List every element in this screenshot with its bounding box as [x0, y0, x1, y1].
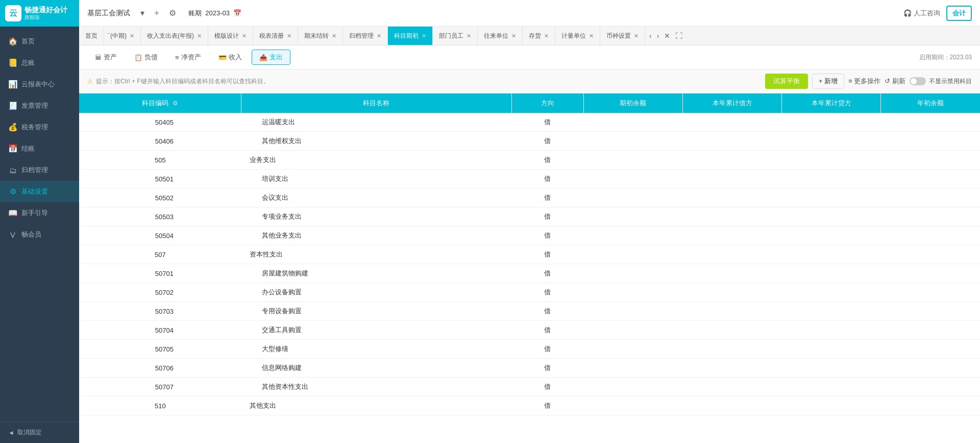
table-row: 50705 大型修缮 借 [79, 340, 980, 359]
tab-template[interactable]: 模版设计✕ [208, 27, 253, 45]
sidebar-item-home[interactable]: 🏠 首页 [0, 31, 79, 52]
cell-cred [782, 302, 881, 321]
tab-unit[interactable]: 往来单位✕ [478, 27, 523, 45]
tab-taxclear[interactable]: 税表清册✕ [253, 27, 298, 45]
subtab-label-asset: 资产 [104, 53, 117, 62]
subtab-expenditure[interactable]: 📤 支出 [252, 50, 290, 65]
cell-deb [683, 113, 782, 132]
tab-prev-btn[interactable]: ‹ [647, 31, 654, 41]
tab-label-filing: 归档管理 [349, 32, 374, 40]
tab-yearend[interactable]: 期末结转✕ [298, 27, 343, 45]
cell-name: 专项业务支出 [241, 207, 512, 226]
nav-label-invoice: 发票管理 [21, 101, 48, 110]
tab-dept[interactable]: 部门员工✕ [433, 27, 478, 45]
nav-label-guide: 新手引导 [21, 208, 48, 218]
tab-measure[interactable]: 计量单位✕ [555, 27, 600, 45]
cell-name: 资本性支出 [241, 245, 512, 264]
cell-deb [683, 378, 782, 397]
tab-close-all-btn[interactable]: ✕ [662, 31, 672, 41]
tab-next-btn[interactable]: › [655, 31, 662, 41]
balance-btn[interactable]: 试算平衡 [765, 74, 808, 89]
tab-close-mid[interactable]: ✕ [130, 33, 134, 39]
show-disabled-toggle[interactable] [910, 77, 926, 85]
sidebar-item-guide[interactable]: 📖 新手引导 [0, 202, 79, 224]
nav-icon-close: 📅 [8, 144, 17, 153]
tab-close-dept[interactable]: ✕ [467, 33, 471, 39]
sidebar: 云 畅捷通好会计 旗舰版 🏠 首页📒 总账📊 云报表中心🧾 发票管理💰 税务管理… [0, 0, 79, 443]
cell-deb [683, 170, 782, 189]
cell-name: 办公设备购置 [241, 283, 512, 302]
more-btn[interactable]: ≡ 更多操作 [848, 77, 880, 86]
tab-currency[interactable]: 币种设置✕ [600, 27, 645, 45]
sidebar-item-member[interactable]: V 畅会员 [0, 224, 79, 245]
add-btn[interactable]: + 新增 [812, 74, 844, 89]
table-row: 50406 其他维权支出 借 [79, 132, 980, 151]
cell-bal [583, 113, 682, 132]
subtab-icon-liability: 📋 [134, 54, 142, 61]
table-row: 50707 其他资本性支出 借 [79, 378, 980, 397]
dropdown-btn[interactable]: ▾ [138, 7, 146, 19]
subtab-income2[interactable]: 💳 收入 [211, 50, 250, 65]
tab-close-stock[interactable]: ✕ [544, 33, 549, 39]
tab-close-yearend[interactable]: ✕ [332, 33, 336, 39]
cell-code: 507 [79, 245, 241, 264]
cell-name: 培训支出 [241, 170, 512, 189]
subtab-netasset[interactable]: ≡ 净资产 [167, 50, 209, 65]
sidebar-item-reports[interactable]: 📊 云报表中心 [0, 74, 79, 95]
cell-code: 50701 [79, 264, 241, 283]
sidebar-item-close[interactable]: 📅 结账 [0, 138, 79, 159]
cell-dir: 借 [511, 132, 583, 151]
subtab-liability[interactable]: 📋 负债 [127, 50, 165, 65]
cell-code: 50406 [79, 132, 241, 151]
cell-dir: 借 [511, 264, 583, 283]
tab-close-currency[interactable]: ✕ [634, 33, 639, 39]
gear-icon[interactable]: ⚙ [173, 100, 178, 107]
topbar-right: 🎧 人工咨询 会计 [903, 6, 972, 21]
tab-kqchu[interactable]: 科目期初✕ [388, 27, 433, 45]
tab-close-unit[interactable]: ✕ [511, 33, 516, 39]
tab-close-filing[interactable]: ✕ [377, 33, 381, 39]
tab-label-template: 模版设计 [214, 32, 239, 40]
table-wrap: 科目编码 ⚙ 科目名称 方向 期初余额 本年累计借方 本年累计贷方 年初余额 5… [79, 94, 980, 443]
th-bal: 期初余额 [583, 94, 682, 113]
cell-year [881, 113, 980, 132]
accounts-table: 科目编码 ⚙ 科目名称 方向 期初余额 本年累计借方 本年累计贷方 年初余额 5… [79, 94, 980, 415]
nav-icon-reports: 📊 [8, 80, 17, 89]
help-btn[interactable]: 🎧 人工咨询 [903, 9, 940, 18]
tab-label-currency: 币种设置 [606, 32, 631, 40]
sidebar-item-archive[interactable]: 🗂 归档管理 [0, 159, 79, 181]
tab-close-measure[interactable]: ✕ [589, 33, 594, 39]
tab-close-kqchu[interactable]: ✕ [422, 33, 426, 39]
table-header-row: 科目编码 ⚙ 科目名称 方向 期初余额 本年累计借方 本年累计贷方 年初余额 [79, 94, 980, 113]
subtab-bar: 🏛 资产📋 负债≡ 净资产💳 收入📤 支出启用期间：2023.03 [79, 45, 980, 69]
tab-filing[interactable]: 归档管理✕ [343, 27, 388, 45]
cell-year [881, 226, 980, 245]
cell-year [881, 151, 980, 170]
tab-close-template[interactable]: ✕ [242, 33, 247, 39]
refresh-btn[interactable]: ↺ 刷新 [885, 77, 905, 86]
sidebar-item-ledger[interactable]: 📒 总账 [0, 52, 79, 74]
collapse-sidebar-btn[interactable]: ◄ 取消固定 [0, 422, 79, 443]
settings-btn[interactable]: ⚙ [167, 7, 178, 19]
content-area: 🏛 资产📋 负债≡ 净资产💳 收入📤 支出启用期间：2023.03 ⚠ 提示：按… [79, 45, 980, 443]
tab-close-income[interactable]: ✕ [197, 33, 202, 39]
cell-bal [583, 321, 682, 340]
nav-label-home: 首页 [21, 37, 35, 46]
subtab-asset[interactable]: 🏛 资产 [87, 50, 125, 65]
tab-expand-btn[interactable]: ⛶ [673, 31, 684, 41]
tab-home[interactable]: 首页 [79, 27, 104, 45]
table-body: 50405 运温暖支出 借 50406 其他维权支出 借 505 业务支出 借 … [79, 113, 980, 415]
sidebar-item-settings[interactable]: ⚙ 基础设置 [0, 181, 79, 202]
cell-cred [782, 340, 881, 359]
tab-income[interactable]: 收入支出表(年报)✕ [141, 27, 208, 45]
cell-bal [583, 170, 682, 189]
tab-close-taxclear[interactable]: ✕ [287, 33, 291, 39]
cell-code: 505 [79, 151, 241, 170]
cell-bal [583, 397, 682, 415]
tab-stock[interactable]: 存货✕ [523, 27, 555, 45]
account-btn[interactable]: 会计 [946, 6, 972, 21]
tab-mid[interactable]: ̈(中期)✕ [104, 27, 141, 45]
add-workspace-btn[interactable]: ＋ [151, 7, 163, 19]
sidebar-item-tax[interactable]: 💰 税务管理 [0, 116, 79, 138]
sidebar-item-invoice[interactable]: 🧾 发票管理 [0, 95, 79, 116]
